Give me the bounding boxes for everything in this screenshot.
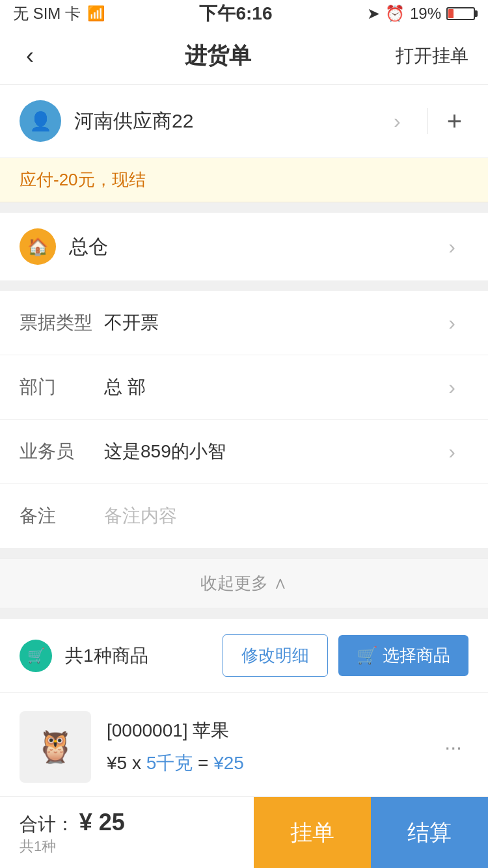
warning-bar: 应付-20元，现结 (0, 158, 488, 202)
product-price: ¥5 x 5千克 = ¥25 (107, 751, 438, 776)
collapse-label: 收起更多 ∧ (200, 573, 287, 593)
add-button[interactable]: + (441, 107, 468, 136)
status-right: ➤ ⏰ 19% (367, 5, 475, 23)
battery-percent: 19% (410, 5, 441, 23)
total-price: ¥25 (213, 753, 244, 773)
avatar-icon: 👤 (29, 111, 52, 132)
quantity: 5千克 (146, 753, 193, 773)
warehouse-icon: 🏠 (20, 228, 56, 265)
department-label: 部门 (20, 375, 104, 400)
back-button[interactable]: ‹ (20, 36, 40, 76)
invoice-value: 不开票 (104, 310, 448, 335)
bottom-total: 合计： ¥ 25 共1种 (0, 809, 254, 856)
wifi-icon: 📶 (87, 5, 105, 22)
invoice-row[interactable]: 票据类型 不开票 › (0, 291, 488, 355)
department-chevron-icon: › (448, 375, 455, 400)
content-area: 👤 河南供应商22 › + 应付-20元，现结 🏠 总仓 › 票据类型 不开票 … (0, 85, 488, 868)
warehouse-chevron-icon: › (448, 235, 455, 259)
warehouse-name: 总仓 (69, 234, 448, 260)
home-icon: 🏠 (27, 237, 48, 257)
bottom-bar: 合计： ¥ 25 共1种 挂单 结算 (0, 796, 488, 868)
select-product-button[interactable]: 🛒 选择商品 (338, 635, 468, 676)
salesperson-chevron-icon: › (448, 440, 455, 464)
products-header: 🛒 共1种商品 修改明细 🛒 选择商品 (0, 619, 488, 693)
form-section: 票据类型 不开票 › 部门 总 部 › 业务员 这是859的小智 › 备注 备注… (0, 291, 488, 548)
page-title: 进货单 (185, 41, 251, 71)
warning-text: 应付-20元，现结 (20, 170, 146, 189)
salesperson-label: 业务员 (20, 439, 104, 464)
collapse-row[interactable]: 收起更多 ∧ (0, 558, 488, 608)
product-name: [0000001] 苹果 (107, 718, 438, 743)
supplier-chevron-icon: › (394, 109, 401, 133)
invoice-label: 票据类型 (20, 310, 104, 335)
product-code: [0000001] (107, 720, 193, 740)
warehouse-section: 🏠 总仓 › (0, 213, 488, 280)
settle-button[interactable]: 结算 (371, 797, 488, 869)
location-icon: ➤ (367, 5, 380, 23)
open-hang-button[interactable]: 打开挂单 (396, 44, 468, 68)
edit-detail-button[interactable]: 修改明细 (223, 634, 328, 677)
products-icon: 🛒 (20, 640, 52, 672)
divider (427, 108, 427, 134)
status-bar: 无 SIM 卡 📶 下午6:16 ➤ ⏰ 19% (0, 0, 488, 27)
product-info: [0000001] 苹果 ¥5 x 5千克 = ¥25 (107, 718, 438, 776)
department-value: 总 部 (104, 375, 448, 400)
select-icon: 🛒 (357, 645, 377, 666)
product-item: 🦉 [0000001] 苹果 ¥5 x 5千克 = ¥25 ··· (0, 693, 488, 801)
remark-row[interactable]: 备注 备注内容 (0, 484, 488, 548)
supplier-avatar: 👤 (20, 100, 61, 142)
salesperson-row[interactable]: 业务员 这是859的小智 › (0, 420, 488, 484)
unit-price: ¥5 x (107, 753, 146, 773)
nav-bar: ‹ 进货单 打开挂单 (0, 27, 488, 85)
product-thumbnail: 🦉 (20, 711, 91, 783)
total-label: 合计： (20, 814, 74, 834)
owl-icon: 🦉 (36, 729, 75, 765)
supplier-row[interactable]: 👤 河南供应商22 › + (0, 85, 488, 158)
total-amount: ¥ 25 (79, 809, 125, 835)
total-sub: 共1种 (20, 837, 234, 856)
carrier-text: 无 SIM 卡 (13, 3, 81, 24)
salesperson-value: 这是859的小智 (104, 439, 448, 464)
alarm-icon: ⏰ (385, 5, 405, 23)
warehouse-row[interactable]: 🏠 总仓 › (0, 213, 488, 280)
product-more-button[interactable]: ··· (438, 729, 468, 766)
status-left: 无 SIM 卡 📶 (13, 3, 105, 24)
hang-button[interactable]: 挂单 (254, 797, 371, 869)
supplier-section: 👤 河南供应商22 › + 应付-20元，现结 (0, 85, 488, 202)
remark-label: 备注 (20, 504, 104, 528)
cart-icon: 🛒 (27, 647, 45, 664)
status-time: 下午6:16 (199, 1, 272, 26)
remark-input[interactable]: 备注内容 (104, 504, 468, 528)
equals: = (193, 753, 213, 773)
products-section: 🛒 共1种商品 修改明细 🛒 选择商品 🦉 [0000001] 苹果 ¥5 x … (0, 619, 488, 801)
total-main: 合计： ¥ 25 (20, 809, 234, 837)
products-count: 共1种商品 (65, 644, 223, 668)
supplier-name: 河南供应商22 (74, 108, 394, 135)
invoice-chevron-icon: › (448, 311, 455, 335)
product-title: 苹果 (193, 720, 229, 740)
department-row[interactable]: 部门 总 部 › (0, 355, 488, 420)
select-label: 选择商品 (383, 644, 450, 667)
battery-icon (446, 7, 475, 20)
